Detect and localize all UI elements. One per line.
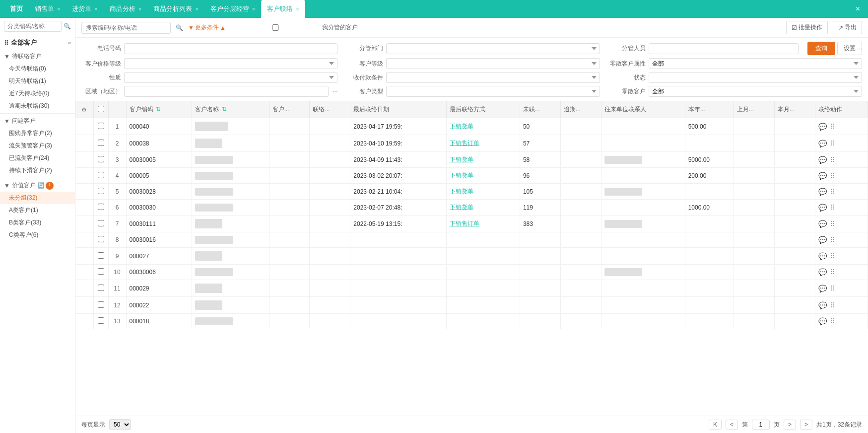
- staff-input[interactable]: [649, 43, 799, 54]
- phone-input[interactable]: [124, 43, 337, 54]
- row-checkbox[interactable]: [98, 285, 104, 291]
- batch-operations-button[interactable]: ☑ 批量操作: [786, 21, 828, 34]
- sidebar-item-churn-warning[interactable]: 流失预警客户(3): [0, 140, 75, 152]
- sidebar-item-overdue[interactable]: 逾期未联络(30): [0, 100, 75, 112]
- price-level-select[interactable]: [124, 58, 337, 69]
- dept-select[interactable]: [386, 43, 600, 54]
- retail-customer-select[interactable]: 全部: [649, 86, 862, 97]
- sidebar-item-class-a[interactable]: A类客户(1): [0, 204, 75, 216]
- sidebar-item-unclassified[interactable]: 未分组(32): [0, 192, 75, 204]
- chat-icon[interactable]: 💬: [818, 172, 827, 180]
- grid-action-icon[interactable]: ⠿: [830, 317, 835, 325]
- payment-select[interactable]: [386, 72, 600, 83]
- grid-action-icon[interactable]: ⠿: [830, 172, 835, 180]
- row-checkbox[interactable]: [98, 140, 104, 146]
- close-purchase-tab[interactable]: ×: [94, 6, 97, 12]
- sidebar-item-declining[interactable]: 持续下滑客户(2): [0, 164, 75, 177]
- query-button[interactable]: 查询: [807, 42, 835, 55]
- close-product-list-tab[interactable]: ×: [195, 6, 198, 12]
- value-customers-group[interactable]: ▼ 价值客户 🔄 !: [0, 179, 75, 192]
- grid-action-icon[interactable]: ⠿: [830, 204, 835, 212]
- grid-action-icon[interactable]: ⠿: [830, 123, 835, 131]
- sidebar-item-churned[interactable]: 已流失客户(24): [0, 152, 75, 164]
- region-input[interactable]: [124, 86, 329, 97]
- row-checkbox[interactable]: [98, 156, 104, 162]
- grid-action-icon[interactable]: ⠿: [830, 268, 835, 276]
- grid-action-icon[interactable]: ⠿: [830, 236, 835, 244]
- staff-more-icon[interactable]: ···: [857, 45, 862, 52]
- th-customer-name[interactable]: 客户名称 ⇅: [192, 101, 269, 118]
- page-input[interactable]: [752, 420, 770, 430]
- th-settings[interactable]: ⚙: [75, 101, 93, 118]
- prev-page-button[interactable]: <: [726, 420, 738, 430]
- chat-icon[interactable]: 💬: [818, 123, 827, 131]
- chat-icon[interactable]: 💬: [818, 301, 827, 309]
- contact-method-link[interactable]: 下销售订单: [450, 220, 479, 227]
- last-page-button[interactable]: >: [800, 420, 812, 430]
- contact-method-link[interactable]: 下销货单: [450, 123, 473, 130]
- sidebar-search-icon[interactable]: 🔍: [64, 23, 71, 30]
- grid-action-icon[interactable]: ⠿: [830, 252, 835, 260]
- sidebar-item-today-pending[interactable]: 今天待联络(0): [0, 63, 75, 75]
- sidebar-item-class-c[interactable]: C类客户(6): [0, 229, 75, 241]
- chat-icon[interactable]: 💬: [818, 268, 827, 276]
- chat-icon[interactable]: 💬: [818, 140, 827, 147]
- chat-icon[interactable]: 💬: [818, 188, 827, 196]
- grid-action-icon[interactable]: ⠿: [830, 220, 835, 228]
- value-refresh-icon[interactable]: 🔄: [38, 182, 45, 189]
- problem-customers-group[interactable]: ▼ 问题客户: [0, 115, 75, 127]
- tab-purchase[interactable]: 进货单 ×: [66, 0, 103, 18]
- window-close-button[interactable]: ×: [852, 4, 864, 13]
- row-checkbox[interactable]: [98, 317, 104, 324]
- more-filters-button[interactable]: ▼ 更多条件 ▲: [188, 23, 226, 32]
- grid-action-icon[interactable]: ⠿: [830, 285, 835, 292]
- close-customer-contact-tab[interactable]: ×: [296, 6, 299, 12]
- grid-action-icon[interactable]: ⠿: [830, 188, 835, 196]
- status-select[interactable]: [649, 72, 862, 83]
- row-checkbox[interactable]: [98, 268, 104, 275]
- retail-attr-select[interactable]: 全部: [649, 58, 862, 69]
- chat-icon[interactable]: 💬: [818, 285, 827, 292]
- grid-action-icon[interactable]: ⠿: [830, 140, 835, 147]
- select-all-checkbox[interactable]: [98, 106, 104, 112]
- row-checkbox[interactable]: [98, 252, 104, 259]
- chat-icon[interactable]: 💬: [818, 252, 827, 260]
- chat-icon[interactable]: 💬: [818, 204, 827, 212]
- sidebar-item-tomorrow-pending[interactable]: 明天待联络(1): [0, 75, 75, 87]
- contact-method-link[interactable]: 下销货单: [450, 204, 473, 211]
- customer-type-select[interactable]: [386, 86, 600, 97]
- sidebar-item-class-b[interactable]: B类客户(33): [0, 216, 75, 229]
- gender-select[interactable]: [124, 72, 337, 83]
- contact-method-link[interactable]: 下销货单: [450, 156, 473, 163]
- close-product-analysis-tab[interactable]: ×: [138, 6, 141, 12]
- chat-icon[interactable]: 💬: [818, 317, 827, 325]
- page-size-select[interactable]: 50: [109, 419, 131, 430]
- close-sales-tab[interactable]: ×: [57, 6, 60, 12]
- all-customers-header[interactable]: ⠿ 全部客户 «: [0, 35, 75, 50]
- sidebar-item-7days-pending[interactable]: 近7天待联络(0): [0, 87, 75, 100]
- sidebar-item-hoarding-anomaly[interactable]: 囤购异常客户(2): [0, 127, 75, 140]
- row-checkbox[interactable]: [98, 301, 104, 308]
- close-customer-tier-tab[interactable]: ×: [252, 6, 255, 12]
- search-input[interactable]: [81, 22, 171, 34]
- row-checkbox[interactable]: [98, 188, 104, 194]
- contact-method-link[interactable]: 下销售订单: [450, 140, 479, 146]
- my-customers-checkbox[interactable]: [231, 24, 320, 31]
- first-page-button[interactable]: K: [709, 420, 722, 430]
- row-checkbox[interactable]: [98, 204, 104, 210]
- chat-icon[interactable]: 💬: [818, 236, 827, 244]
- tab-customer-tier[interactable]: 客户分层经营 ×: [204, 0, 261, 18]
- contact-method-link[interactable]: 下销货单: [450, 188, 473, 195]
- export-button[interactable]: ↗ 导出: [833, 21, 862, 34]
- sidebar-search-input[interactable]: [4, 21, 62, 32]
- row-checkbox[interactable]: [98, 220, 104, 226]
- search-icon[interactable]: 🔍: [176, 24, 183, 31]
- region-more-icon[interactable]: ···: [333, 88, 337, 95]
- row-checkbox[interactable]: [98, 236, 104, 242]
- tab-customer-contact[interactable]: 客户联络 ×: [261, 0, 305, 18]
- th-customer-code[interactable]: 客户编码 ⇅: [126, 101, 192, 118]
- tab-product-analysis-list[interactable]: 商品分析列表 ×: [147, 0, 204, 18]
- grid-action-icon[interactable]: ⠿: [830, 301, 835, 309]
- sidebar-collapse-icon[interactable]: «: [68, 40, 71, 46]
- tab-sales[interactable]: 销售单 ×: [29, 0, 66, 18]
